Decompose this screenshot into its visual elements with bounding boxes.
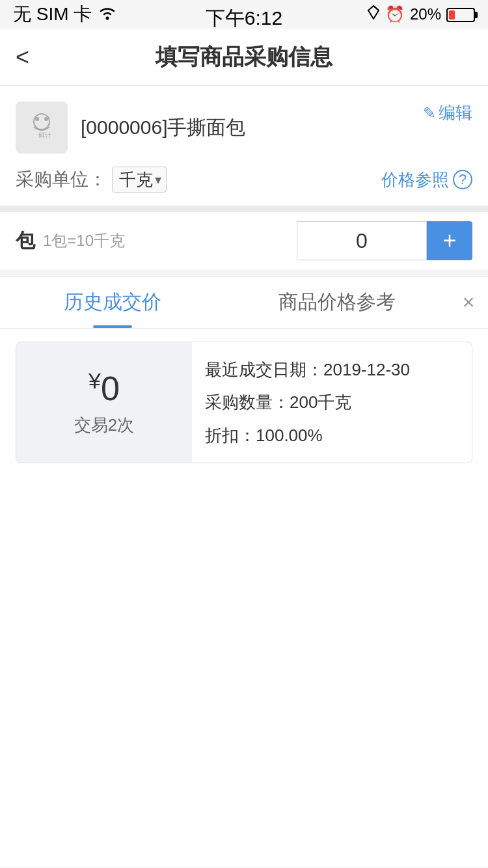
product-name: [0000006]手撕面包 [81, 115, 245, 141]
svg-text:鲜计: 鲜计 [38, 131, 51, 139]
product-thumbnail: 鲜计 [16, 102, 68, 154]
quantity-conversion-info: 1包=10千克 [43, 230, 125, 251]
battery-percent: 20% [410, 5, 441, 23]
unit-select[interactable]: 千克 [112, 167, 167, 193]
quantity-controls: 0 + [297, 221, 472, 260]
page-title: 填写商品采购信息 [156, 42, 332, 72]
product-footer: 采购单位： 千克 价格参照 ? [16, 167, 472, 193]
quantity-section: 包 1包=10千克 0 + [0, 212, 488, 269]
status-right: ⏰ 20% [367, 5, 475, 23]
unit-select-wrapper[interactable]: 千克 [112, 167, 167, 193]
discount-label: 折扣： [205, 426, 256, 445]
edit-icon: ✎ [423, 104, 436, 122]
svg-point-1 [34, 114, 49, 129]
discount-row: 折扣：100.00% [205, 424, 459, 447]
svg-point-3 [44, 117, 48, 121]
trade-count: 交易2次 [74, 414, 134, 437]
quantity-unit-icon: 包 [16, 228, 35, 254]
recent-date-row: 最近成交日期：2019-12-30 [205, 358, 459, 381]
tab-product-price-ref[interactable]: 商品价格参考 [224, 277, 449, 328]
tab-history-price[interactable]: 历史成交价 [0, 277, 224, 328]
history-card: ¥0 交易2次 最近成交日期：2019-12-30 采购数量：200千克 折扣：… [16, 342, 472, 463]
bottom-area [0, 476, 488, 867]
unit-label-text: 采购单位： [16, 167, 107, 192]
status-bar: 无 SIM 卡 下午6:12 ⏰ 20% [0, 0, 488, 29]
purchase-qty-value: 200千克 [290, 392, 351, 412]
tab-section: 历史成交价 商品价格参考 × ¥0 交易2次 最近成交日期：2019-12-30… [0, 276, 488, 476]
card-details-section: 最近成交日期：2019-12-30 采购数量：200千克 折扣：100.00% [192, 342, 472, 463]
price-ref-label: 价格参照 [381, 169, 449, 191]
card-price-section: ¥0 交易2次 [16, 342, 192, 463]
product-section: 鲜计 [0000006]手撕面包 ✎ 编辑 采购单位： 千克 价格参照 ? [0, 86, 488, 206]
history-content: ¥0 交易2次 最近成交日期：2019-12-30 采购数量：200千克 折扣：… [0, 329, 488, 476]
svg-point-0 [106, 17, 109, 20]
recent-date-value: 2019-12-30 [323, 360, 410, 379]
wifi-icon [98, 4, 116, 25]
discount-value: 100.00% [256, 426, 323, 445]
back-button[interactable]: < [16, 44, 29, 71]
location-icon [367, 5, 380, 23]
card-price-display: ¥0 [88, 368, 120, 408]
purchase-qty-row: 采购数量：200千克 [205, 390, 459, 414]
status-left: 无 SIM 卡 [13, 2, 116, 27]
product-header: 鲜计 [0000006]手撕面包 ✎ 编辑 [16, 102, 472, 154]
tab-bar: 历史成交价 商品价格参考 × [0, 277, 488, 329]
svg-point-2 [35, 117, 39, 121]
battery-icon [446, 5, 475, 23]
quantity-left: 包 1包=10千克 [16, 228, 125, 254]
carrier-text: 无 SIM 卡 [13, 2, 92, 27]
product-icon: 鲜计 [25, 109, 58, 147]
edit-button[interactable]: ✎ 编辑 [423, 102, 472, 124]
currency-symbol: ¥ [88, 368, 101, 393]
alarm-icon: ⏰ [385, 5, 405, 23]
edit-label: 编辑 [439, 102, 472, 124]
help-icon: ? [453, 170, 472, 189]
nav-bar: < 填写商品采购信息 [0, 29, 488, 86]
purchase-qty-label: 采购数量： [205, 392, 290, 412]
quantity-plus-button[interactable]: + [427, 221, 472, 260]
price-reference-button[interactable]: 价格参照 ? [381, 169, 472, 191]
tab-close-button[interactable]: × [449, 290, 488, 314]
quantity-input[interactable]: 0 [297, 221, 427, 260]
time-display: 下午6:12 [206, 5, 282, 32]
product-left: 鲜计 [0000006]手撕面包 [16, 102, 245, 154]
section-divider [0, 206, 488, 212]
recent-date-label: 最近成交日期： [205, 360, 323, 379]
price-value: 0 [101, 370, 120, 408]
unit-label: 采购单位： 千克 [16, 167, 167, 193]
